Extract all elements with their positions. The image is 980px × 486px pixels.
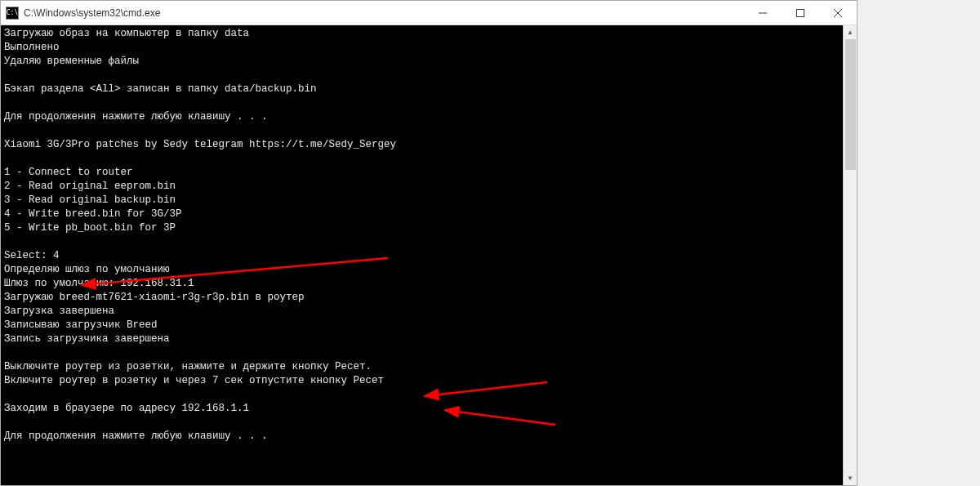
maximize-button[interactable] [782, 1, 819, 25]
window-controls [744, 1, 857, 25]
window-title: C:\Windows\system32\cmd.exe [24, 7, 744, 19]
scrollbar-thumb[interactable] [845, 39, 856, 170]
close-button[interactable] [819, 1, 857, 25]
scrollbar-up-arrow[interactable]: ▲ [844, 25, 857, 39]
minimize-button[interactable] [744, 1, 782, 25]
cmd-icon: C:\ [6, 7, 19, 20]
vertical-scrollbar[interactable]: ▲ ▼ [843, 25, 857, 485]
cmd-window: C:\ C:\Windows\system32\cmd.exe Загружаю… [0, 0, 858, 486]
titlebar[interactable]: C:\ C:\Windows\system32\cmd.exe [1, 1, 857, 25]
svg-rect-1 [797, 9, 804, 16]
terminal-output[interactable]: Загружаю образ на компьютер в папку data… [1, 25, 857, 485]
scrollbar-down-arrow[interactable]: ▼ [844, 471, 857, 485]
